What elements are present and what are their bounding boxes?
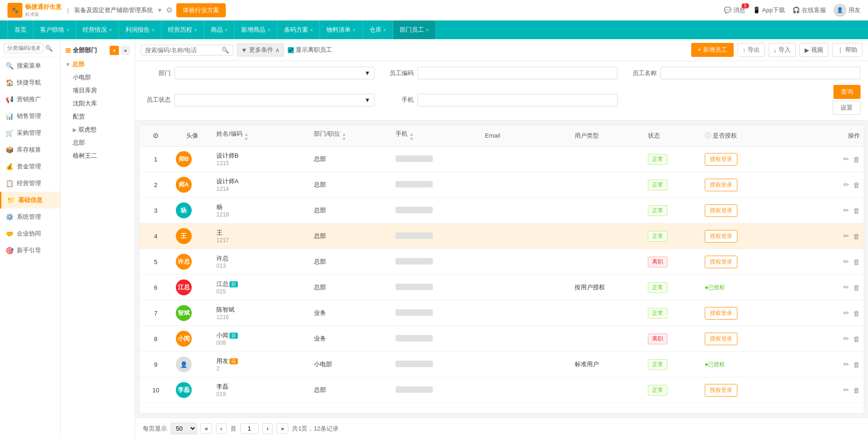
col-gear-icon[interactable]: ⚙	[153, 132, 159, 139]
close-icon[interactable]: ×	[310, 27, 313, 33]
import-button[interactable]: ↓ 导入	[769, 43, 796, 57]
delete-icon[interactable]: 🗑	[853, 232, 860, 240]
tab-home[interactable]: 首页	[7, 21, 34, 39]
col-name[interactable]: 姓名/编码 ▲▼	[213, 125, 310, 146]
settings-icon[interactable]: ⚙	[166, 6, 173, 14]
col-dept[interactable]: 部门/职位 ▲▼	[310, 125, 391, 146]
edit-icon[interactable]: ✏	[843, 181, 849, 189]
dept-collapse-icon[interactable]: «	[121, 46, 130, 55]
delete-icon[interactable]: 🗑	[853, 155, 860, 163]
view-button[interactable]: ▶ 视频	[799, 43, 828, 57]
sidebar-item-purchase[interactable]: 🛒 采购管理	[0, 125, 60, 141]
tab-profit[interactable]: 利润报告 ×	[119, 21, 161, 39]
auth-button[interactable]: 授权登录	[705, 384, 737, 397]
tab-goods[interactable]: 商品 ×	[204, 21, 235, 39]
sidebar-search-input[interactable]	[4, 43, 43, 53]
auth-button[interactable]: 授权登录	[705, 256, 737, 268]
close-icon[interactable]: ×	[225, 27, 228, 33]
user-item[interactable]: 👤 用友	[833, 4, 861, 17]
dept-node-shx[interactable]: ▶ 双虎想	[68, 123, 135, 136]
dept-add-icon[interactable]: +	[110, 46, 119, 55]
auth-button[interactable]: 授权登录	[705, 204, 737, 217]
delete-icon[interactable]: 🗑	[853, 258, 860, 266]
prev-page-button[interactable]: ‹	[216, 423, 226, 434]
emp-code-input[interactable]	[417, 67, 618, 79]
close-icon[interactable]: ×	[267, 27, 270, 33]
close-icon[interactable]: ×	[66, 27, 69, 33]
sidebar-item-inventory[interactable]: 📦 库存核算	[0, 141, 60, 158]
auth-button[interactable]: 授权登录	[705, 153, 737, 166]
edit-icon[interactable]: ✏	[843, 386, 849, 394]
delete-icon[interactable]: 🗑	[853, 284, 860, 292]
edit-icon[interactable]: ✏	[843, 334, 849, 343]
info-icon[interactable]: ⓘ	[705, 132, 711, 139]
sidebar-item-marketing[interactable]: 📢 营销推广	[0, 91, 60, 108]
dept-node-sy[interactable]: 沈阳大库	[68, 97, 135, 110]
sidebar-item-management[interactable]: 📋 经营管理	[0, 175, 60, 192]
search-button[interactable]: 查询	[833, 85, 861, 99]
tab-barcode[interactable]: 条码方案 ×	[278, 21, 320, 39]
tab-customer[interactable]: 客户联络 ×	[34, 21, 76, 39]
sidebar-item-nav[interactable]: 🏠 快捷导航	[0, 74, 60, 91]
show-resigned-checkbox[interactable]: 显示离职员工	[288, 46, 332, 54]
sidebar-item-collab[interactable]: 🤝 企业协同	[0, 225, 60, 242]
edit-icon[interactable]: ✏	[843, 206, 849, 215]
service-item[interactable]: 🎧 在线客服	[792, 6, 826, 14]
tab-warehouse[interactable]: 仓库 ×	[363, 21, 393, 39]
delete-icon[interactable]: 🗑	[853, 335, 860, 343]
set-button[interactable]: 设置	[833, 101, 861, 115]
edit-icon[interactable]: ✏	[843, 232, 849, 240]
emp-name-input[interactable]	[660, 67, 861, 79]
close-icon[interactable]: ×	[109, 27, 111, 33]
filter-button[interactable]: ▼ 更多条件 ∧	[237, 43, 284, 56]
export-button[interactable]: ↑ 导出	[737, 43, 765, 57]
auth-button[interactable]: 授权登录	[705, 179, 737, 191]
close-icon[interactable]: ×	[426, 27, 429, 33]
tab-history[interactable]: 经营历程 ×	[161, 21, 204, 39]
edit-icon[interactable]: ✏	[843, 283, 849, 292]
edit-icon[interactable]: ✏	[843, 360, 849, 369]
app-download-item[interactable]: 📱 App下载	[753, 6, 785, 14]
tab-operation[interactable]: 经营情况 ×	[76, 21, 118, 39]
next-page-button[interactable]: ›	[263, 423, 273, 434]
tab-new-goods[interactable]: 新增商品 ×	[235, 21, 277, 39]
first-page-button[interactable]: «	[201, 423, 212, 434]
auth-button[interactable]: 授权登录	[705, 230, 737, 243]
trial-button[interactable]: 体验行业方案	[176, 3, 226, 17]
system-dropdown-icon[interactable]: ▼	[157, 7, 162, 14]
dept-node-zb[interactable]: 总部	[68, 136, 135, 149]
close-icon[interactable]: ×	[152, 27, 154, 33]
help-button[interactable]: ｜ 帮助	[832, 43, 862, 57]
sidebar-item-basic[interactable]: 📁 基础信息	[0, 192, 60, 209]
tab-bom[interactable]: 物料清单 ×	[320, 21, 362, 39]
delete-icon[interactable]: 🗑	[853, 361, 860, 369]
dept-node-general[interactable]: ▼ 总部	[61, 58, 135, 71]
message-item[interactable]: 💬 5 消息	[724, 6, 745, 14]
dept-node-ph[interactable]: 配货	[68, 110, 135, 123]
auth-button[interactable]: 授权登录	[705, 307, 737, 320]
dept-select[interactable]: ▼	[174, 67, 375, 79]
sidebar-item-sales[interactable]: 📊 销售管理	[0, 108, 60, 125]
sidebar-item-system[interactable]: ⚙️ 系统管理	[0, 209, 60, 225]
close-icon[interactable]: ×	[383, 27, 386, 33]
edit-icon[interactable]: ✏	[843, 309, 849, 317]
delete-icon[interactable]: 🗑	[853, 386, 860, 394]
sidebar-item-guide[interactable]: 🎯 新手引导	[0, 242, 60, 259]
sidebar-item-search[interactable]: 🔍 搜索菜单	[0, 57, 60, 74]
emp-status-select[interactable]: ▼	[174, 94, 375, 106]
col-phone[interactable]: 手机 ▲▼	[392, 125, 481, 146]
last-page-button[interactable]: »	[277, 423, 288, 434]
close-icon[interactable]: ×	[353, 27, 355, 33]
tab-dept-staff[interactable]: 部门员工 ×	[393, 21, 436, 39]
auth-button[interactable]: 授权登录	[705, 333, 737, 345]
resigned-checkbox-input[interactable]	[288, 47, 294, 53]
delete-icon[interactable]: 🗑	[853, 207, 860, 215]
page-input[interactable]	[240, 423, 259, 434]
edit-icon[interactable]: ✏	[843, 258, 849, 266]
sidebar-item-finance[interactable]: 💰 资金管理	[0, 158, 60, 175]
edit-icon[interactable]: ✏	[843, 155, 849, 163]
search-input[interactable]	[145, 47, 220, 54]
dept-node-xdb[interactable]: 小电部	[68, 71, 135, 84]
page-size-select[interactable]: 50 20 100	[171, 423, 197, 434]
dept-node-zsw[interactable]: 植树王二	[68, 149, 135, 162]
